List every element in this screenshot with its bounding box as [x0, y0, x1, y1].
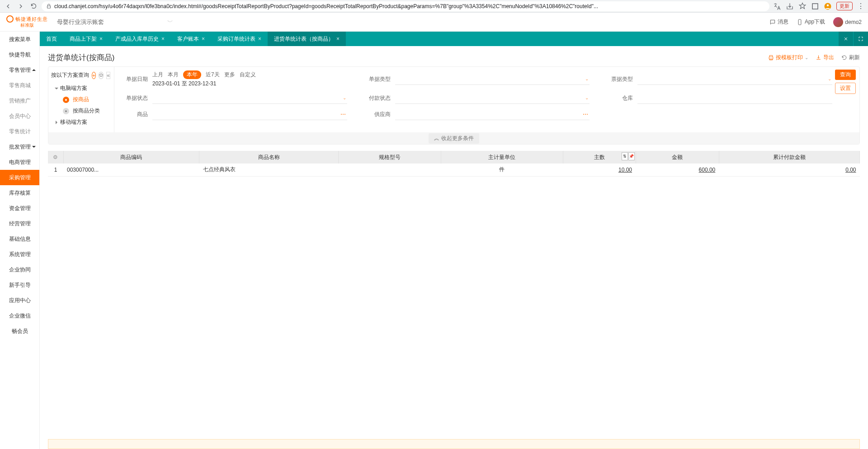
messages-link[interactable]: 消息: [769, 18, 788, 26]
lookup-icon[interactable]: ⋯: [583, 111, 589, 117]
field-pay-status[interactable]: 付款状态 ⌄: [365, 92, 590, 104]
column-header[interactable]: 累计付款金额: [719, 151, 859, 164]
field-product[interactable]: 商品 ⋯: [123, 108, 347, 120]
sidebar-item[interactable]: 库存核算: [0, 185, 39, 201]
tab[interactable]: 采购订单统计表×: [211, 32, 268, 46]
column-header[interactable]: 金额: [636, 151, 719, 164]
column-header[interactable]: 商品编码: [63, 151, 199, 164]
close-all-tabs-button[interactable]: [839, 32, 853, 46]
field-warehouse[interactable]: 仓库: [608, 92, 832, 104]
update-button[interactable]: 更新: [836, 2, 853, 10]
refresh-icon: [841, 55, 847, 61]
date-preset[interactable]: 近7天: [206, 71, 220, 79]
export-button[interactable]: 导出: [816, 54, 834, 61]
field-doc-status[interactable]: 单据状态 ⌄: [123, 92, 347, 104]
close-icon[interactable]: ×: [336, 36, 340, 42]
table-row[interactable]: 1003007000...七点经典风衣件10.00600.000.00: [48, 164, 860, 176]
fullscreen-button[interactable]: [854, 32, 868, 46]
date-preset[interactable]: 本月: [168, 71, 179, 79]
column-header[interactable]: 规格型号: [339, 151, 441, 164]
sidebar-item[interactable]: 零售管理: [0, 62, 39, 78]
back-button[interactable]: [4, 2, 13, 11]
tab[interactable]: 进货单统计表（按商品）×: [268, 32, 346, 46]
svg-point-2: [827, 4, 829, 6]
column-header[interactable]: 主计量单位: [441, 151, 563, 164]
tree-node[interactable]: 移动端方案: [51, 117, 110, 128]
field-supplier[interactable]: 供应商 ⋯: [365, 108, 590, 120]
add-scheme-button[interactable]: +: [92, 72, 96, 79]
date-preset[interactable]: 更多: [224, 71, 235, 79]
gear-icon[interactable]: ⚙: [53, 154, 58, 160]
tree-node-child[interactable]: ●按商品: [51, 94, 110, 105]
sidebar-item[interactable]: 零售统计: [0, 124, 39, 139]
sidebar-item[interactable]: 基础信息: [0, 231, 39, 247]
tab[interactable]: 首页: [40, 32, 63, 46]
app-download-link[interactable]: App下载: [797, 18, 825, 26]
bookmark-icon[interactable]: [798, 2, 807, 10]
close-icon[interactable]: ×: [99, 36, 103, 42]
collapse-filters-button[interactable]: ︽ 收起更多条件: [429, 133, 479, 144]
org-selector[interactable]: 母婴行业演示账套 ﹀: [57, 18, 173, 26]
query-button[interactable]: 查询: [835, 70, 856, 80]
settings-button[interactable]: 设置: [835, 83, 856, 94]
sidebar-item[interactable]: 资金管理: [0, 201, 39, 216]
filter-fields: 单据日期 上月本月本年近7天更多自定义 2023-01-01 至 2023-12…: [114, 67, 859, 132]
window-icon[interactable]: [811, 2, 819, 10]
field-invoice-type[interactable]: 票据类型 ⌄: [608, 70, 832, 88]
sidebar-item[interactable]: 采购管理: [0, 170, 39, 185]
url-bar[interactable]: cloud.chanjet.com/hsy/u4o6r74daqxn/l0fe3…: [42, 1, 769, 11]
date-preset[interactable]: 自定义: [240, 71, 256, 79]
svg-rect-0: [812, 4, 818, 9]
sidebar-item[interactable]: 会员中心: [0, 108, 39, 124]
sidebar-item[interactable]: 系统管理: [0, 247, 39, 262]
close-icon[interactable]: ×: [258, 36, 261, 42]
sidebar-item[interactable]: 应用中心: [0, 293, 39, 308]
tab[interactable]: 客户账本×: [171, 32, 211, 46]
close-icon[interactable]: ×: [161, 36, 165, 42]
date-preset[interactable]: 本年: [183, 70, 201, 79]
close-icon[interactable]: ×: [202, 36, 205, 42]
brand-logo-icon: [6, 15, 14, 23]
sidebar-item[interactable]: 新手引导: [0, 277, 39, 293]
lookup-icon[interactable]: ⋯: [340, 111, 346, 117]
date-range-value: 2023-01-01 至 2023-12-31: [152, 80, 347, 88]
chevron-down-icon: ⌄: [585, 76, 589, 81]
sidebar-item[interactable]: 快捷导航: [0, 47, 39, 62]
translate-icon[interactable]: [773, 2, 781, 10]
kebab-menu-icon[interactable]: ⋮: [857, 2, 864, 10]
collapse-tree-button[interactable]: «: [106, 72, 110, 79]
sidebar-item[interactable]: 电商管理: [0, 154, 39, 170]
brand[interactable]: 畅捷通好生意 标准版: [6, 15, 48, 28]
tree-node[interactable]: 电脑端方案: [51, 83, 110, 94]
sidebar-item[interactable]: 畅会员: [0, 323, 39, 339]
reload-button[interactable]: [29, 2, 38, 11]
brand-name: 畅捷通好生意: [15, 16, 48, 23]
sidebar-item[interactable]: 企业协同: [0, 262, 39, 277]
sort-icon[interactable]: ⇅: [622, 152, 628, 160]
sidebar-item[interactable]: 经营管理: [0, 216, 39, 231]
sidebar-item[interactable]: 零售商城: [0, 78, 39, 93]
column-header[interactable]: 商品名称: [199, 151, 339, 164]
scheme-icon: ●: [63, 97, 69, 103]
profile-icon[interactable]: [824, 2, 832, 10]
sidebar-item[interactable]: 营销推广: [0, 93, 39, 108]
tree-node-child[interactable]: ●按商品分类: [51, 105, 110, 117]
tab[interactable]: 产成品入库单历史×: [109, 32, 171, 46]
sidebar-item[interactable]: 企业微信: [0, 308, 39, 323]
share-icon[interactable]: [786, 2, 794, 10]
forward-button[interactable]: [16, 2, 25, 11]
date-preset[interactable]: 上月: [152, 71, 163, 79]
column-header[interactable]: 主数⇅📌: [563, 151, 636, 164]
scheme-settings-button[interactable]: ✿: [99, 72, 104, 79]
column-header[interactable]: ⚙: [48, 151, 63, 164]
refresh-button[interactable]: 刷新: [841, 54, 860, 61]
field-doc-type[interactable]: 单据类型 ⌄: [365, 70, 590, 88]
brand-edition: 标准版: [20, 22, 34, 28]
print-template-button[interactable]: 按模板打印 ⌄: [768, 54, 808, 61]
avatar-icon: [833, 17, 843, 27]
sidebar-item[interactable]: 批发管理: [0, 139, 39, 154]
user-menu[interactable]: demo2: [833, 17, 862, 27]
sidebar-item[interactable]: 搜索菜单: [0, 32, 39, 47]
pin-icon[interactable]: 📌: [628, 152, 635, 160]
tab[interactable]: 商品上下架×: [63, 32, 109, 46]
